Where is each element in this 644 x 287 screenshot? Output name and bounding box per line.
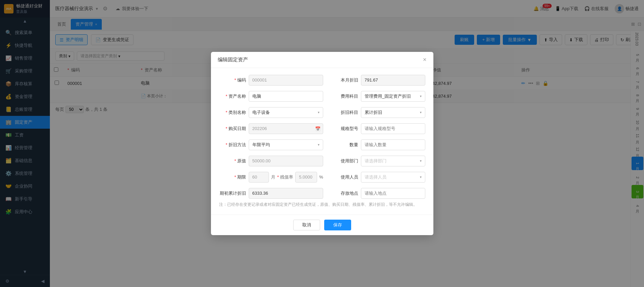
- required-star: *: [277, 174, 279, 180]
- category-label: 类别名称: [219, 109, 246, 116]
- form-item-period: 期限 月 * 残值率 %: [219, 172, 323, 183]
- form-item-expense-subject: 费用科目 管理费用_固定资产折旧 ▾: [331, 91, 425, 102]
- spec-input[interactable]: [361, 123, 425, 134]
- form-item-purchase-date: 购买日期 📅: [219, 123, 323, 134]
- period-label: 期限: [219, 174, 246, 180]
- purchase-date-label: 购买日期: [219, 126, 246, 132]
- dep-subject-value: 累计折旧: [365, 109, 382, 116]
- modal-header: 编辑固定资产 ×: [211, 52, 433, 68]
- use-person-select[interactable]: 请选择人员 ▾: [361, 172, 425, 183]
- cancel-button[interactable]: 取消: [293, 220, 320, 230]
- code-label: 编码: [219, 77, 246, 83]
- category-select[interactable]: 电子设备 ▾: [249, 107, 323, 118]
- dep-method-select[interactable]: 年限平均 ▾: [249, 139, 323, 150]
- modal-title: 编辑固定资产: [218, 57, 248, 63]
- form-item-name: 资产名称: [219, 91, 323, 102]
- chevron-down-icon: ▾: [318, 110, 319, 114]
- storage-input[interactable]: [361, 188, 425, 199]
- residual-rate-input[interactable]: [295, 172, 317, 183]
- form-item-dep-method: 折旧方法 年限平均 ▾: [219, 139, 323, 150]
- expense-subject-value: 管理费用_固定资产折旧: [365, 93, 411, 99]
- chevron-down-icon: ▾: [420, 159, 422, 163]
- form-item-spec: 规格型号: [331, 123, 425, 134]
- modal-body: 编码 本月折旧 资产名称 费用科目 管理费用_固定资产折旧: [211, 68, 433, 215]
- form-item-use-person: 使用人员 请选择人员 ▾: [331, 172, 425, 183]
- form-note: 注：已经存在变更记录或者对应固定资产已经生成凭证，原值、购买日期、残值率、累计折…: [219, 199, 425, 208]
- purchase-date-input[interactable]: [249, 123, 323, 134]
- use-dept-select[interactable]: 请选择部门 ▾: [361, 156, 425, 166]
- form-item-initial-accum-dep: 期初累计折旧: [219, 188, 323, 199]
- use-dept-placeholder: 请选择部门: [365, 158, 387, 164]
- spec-label: 规格型号: [331, 126, 358, 132]
- modal-close-btn[interactable]: ×: [423, 57, 427, 63]
- use-dept-label: 使用部门: [331, 158, 358, 164]
- chevron-down-icon: ▾: [420, 110, 422, 114]
- initial-accum-dep-label: 期初累计折旧: [219, 190, 246, 196]
- edit-asset-modal: 编辑固定资产 × 编码 本月折旧 资产名称: [211, 52, 433, 235]
- form-item-use-dept: 使用部门 请选择部门 ▾: [331, 156, 425, 166]
- residual-rate-unit: %: [319, 174, 323, 180]
- use-person-label: 使用人员: [331, 174, 358, 180]
- name-input[interactable]: [249, 91, 323, 102]
- expense-subject-label: 费用科目: [331, 93, 358, 99]
- period-unit: 月: [271, 174, 275, 180]
- chevron-down-icon: ▾: [420, 94, 422, 98]
- modal-footer: 取消 保存: [211, 215, 433, 235]
- dep-method-value: 年限平均: [252, 142, 270, 148]
- form-item-storage: 存放地点: [331, 188, 425, 199]
- chevron-down-icon: ▾: [318, 143, 319, 147]
- storage-label: 存放地点: [331, 190, 358, 196]
- save-button[interactable]: 保存: [324, 220, 351, 230]
- calendar-icon: 📅: [315, 126, 320, 131]
- monthly-dep-input: [361, 75, 425, 86]
- name-label: 资产名称: [219, 93, 246, 99]
- use-person-placeholder: 请选择人员: [365, 174, 387, 180]
- category-value: 电子设备: [252, 109, 270, 116]
- form-item-original-value: 原值: [219, 156, 323, 166]
- form-item-monthly-dep: 本月折旧: [331, 75, 425, 86]
- expense-subject-select[interactable]: 管理费用_固定资产折旧 ▾: [361, 91, 425, 102]
- initial-accum-dep-input: [249, 188, 323, 199]
- chevron-down-icon: ▾: [420, 175, 422, 179]
- period-input[interactable]: [249, 172, 269, 183]
- monthly-dep-label: 本月折旧: [331, 77, 358, 83]
- original-value-label: 原值: [219, 158, 246, 164]
- modal-overlay: 编辑固定资产 × 编码 本月折旧 资产名称: [0, 0, 644, 287]
- residual-rate-label: * 残值率: [277, 174, 294, 180]
- form-grid: 编码 本月折旧 资产名称 费用科目 管理费用_固定资产折旧: [219, 75, 425, 199]
- dep-method-label: 折旧方法: [219, 142, 246, 148]
- code-input[interactable]: [249, 75, 323, 86]
- dep-subject-select[interactable]: 累计折旧 ▾: [361, 107, 425, 118]
- form-item-dep-subject: 折旧科目 累计折旧 ▾: [331, 107, 425, 118]
- form-item-code: 编码: [219, 75, 323, 86]
- form-item-quantity: 数量: [331, 139, 425, 150]
- form-item-category: 类别名称 电子设备 ▾: [219, 107, 323, 118]
- quantity-label: 数量: [331, 142, 358, 148]
- dep-subject-label: 折旧科目: [331, 109, 358, 116]
- quantity-input[interactable]: [361, 139, 425, 150]
- original-value-input[interactable]: [249, 156, 323, 166]
